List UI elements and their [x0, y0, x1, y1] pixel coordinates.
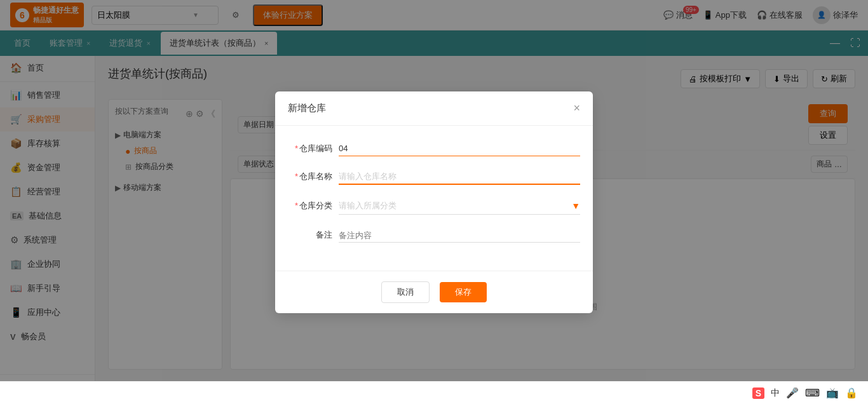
label-category: 仓库分类	[288, 200, 339, 212]
label-code: 仓库编码	[288, 143, 339, 154]
select-arrow-icon: ▼	[571, 201, 580, 211]
s-brand-icon: S	[752, 387, 764, 399]
chinese-input-icon[interactable]: 中	[771, 387, 780, 399]
form-row-name: 仓库名称	[288, 169, 580, 185]
form-row-code: 仓库编码	[288, 141, 580, 156]
screen-icon[interactable]: 📺	[826, 387, 839, 399]
label-remark: 备注	[288, 229, 339, 241]
input-name[interactable]	[339, 169, 580, 185]
bottom-bar: S 中 🎤 ⌨ 📺 🔒	[0, 381, 868, 404]
modal-close-btn[interactable]: ×	[573, 102, 580, 115]
select-placeholder: 请输入所属分类	[339, 200, 397, 212]
form-row-remark: 备注	[288, 227, 580, 243]
mic-icon[interactable]: 🎤	[786, 387, 799, 399]
modal-header: 新增仓库 ×	[275, 91, 593, 126]
modal-title: 新增仓库	[288, 102, 326, 114]
form-row-category: 仓库分类 请输入所属分类 ▼	[288, 198, 580, 215]
textarea-remark[interactable]	[339, 227, 580, 243]
select-category[interactable]: 请输入所属分类 ▼	[339, 198, 580, 215]
modal-overlay[interactable]: 新增仓库 × 仓库编码 仓库名称 仓库分类 请输入所属分类 ▼	[0, 0, 868, 404]
save-button[interactable]: 保存	[440, 282, 487, 302]
lock-icon[interactable]: 🔒	[845, 387, 858, 399]
modal-body: 仓库编码 仓库名称 仓库分类 请输入所属分类 ▼ 备注	[275, 126, 593, 271]
label-name: 仓库名称	[288, 171, 339, 182]
input-code[interactable]	[339, 141, 580, 156]
keyboard-icon[interactable]: ⌨	[805, 387, 820, 399]
modal-footer: 取消 保存	[275, 271, 593, 313]
cancel-button[interactable]: 取消	[381, 281, 430, 303]
new-warehouse-modal: 新增仓库 × 仓库编码 仓库名称 仓库分类 请输入所属分类 ▼	[275, 91, 593, 313]
